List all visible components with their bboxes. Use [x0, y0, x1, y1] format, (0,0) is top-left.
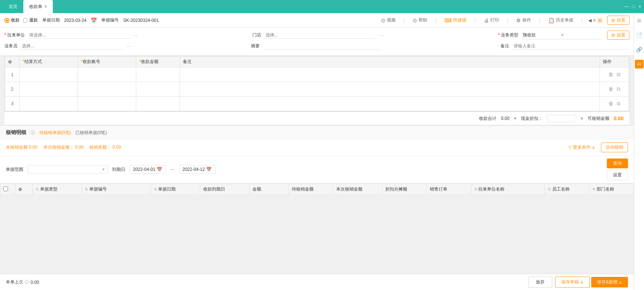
layout1-icon[interactable]: ≡	[593, 18, 596, 23]
settlement-3[interactable]	[20, 97, 78, 111]
staff-input[interactable]	[20, 43, 122, 50]
history-icon: 📋	[548, 17, 554, 23]
more-conditions-label: 更多条件	[573, 144, 590, 150]
shortcut-label: 快捷键	[453, 17, 466, 23]
col-checkbox[interactable]	[0, 184, 15, 195]
query-button[interactable]: 查询	[607, 158, 628, 168]
tab-current[interactable]: 收款单 ×	[23, 0, 53, 13]
doc-no-label: 单据编号	[101, 17, 119, 23]
staff-more-icon[interactable]: ···	[127, 43, 131, 49]
tab-done[interactable]: 已核销单据(0笔)	[75, 130, 107, 136]
col-settings[interactable]: ⚙	[5, 56, 20, 67]
summary-label: 摘要	[251, 43, 260, 49]
delete-icon-2[interactable]: 🗑	[608, 86, 613, 92]
save-draft-button[interactable]: 保存草稿 ∧	[555, 277, 590, 288]
tab-bar: 首页 收款单 × — □ ×	[0, 0, 644, 13]
info-icon[interactable]: ⓘ	[25, 279, 29, 285]
settlement-1[interactable]	[20, 67, 78, 82]
delete-icon-3[interactable]: 🗑	[608, 101, 613, 106]
col-settlement: *结算方式	[20, 56, 78, 67]
operation-action[interactable]: ⚙ 操作	[514, 16, 533, 24]
radio-shoukuan[interactable]: 收款	[4, 17, 20, 23]
calendar-icon[interactable]: 📅	[91, 17, 97, 23]
print-icon: 🖨	[484, 17, 489, 23]
date-from[interactable]: 2022-04-01 📅	[130, 165, 166, 174]
row-num-2: 2	[5, 82, 20, 97]
biz-type-select[interactable]: 预收款 ▾	[521, 31, 601, 39]
video-action[interactable]: ⊙ 视频	[379, 16, 398, 24]
col-company: ⇅ 往来单位名称	[471, 184, 545, 195]
company-input[interactable]	[28, 32, 130, 39]
actions-2: 🗑 ⧉	[600, 82, 629, 97]
copy-icon-3[interactable]: ⧉	[617, 101, 620, 106]
account-3[interactable]	[78, 97, 136, 111]
col-due-date: 收款到期日	[200, 184, 249, 195]
sidebar-ai-icon[interactable]: Ai	[635, 60, 644, 68]
tab-current-label: 收款单	[29, 4, 42, 10]
discount-label: 现金折扣：	[521, 115, 543, 122]
tab-pending[interactable]: 待核销单据(0笔)	[39, 130, 71, 136]
verify-info-icon[interactable]: ⓘ	[31, 130, 35, 136]
account-1[interactable]	[78, 67, 136, 82]
store-more-icon[interactable]: ···	[380, 32, 384, 38]
delete-icon-1[interactable]: 🗑	[608, 71, 613, 77]
maximize-icon[interactable]: □	[632, 4, 635, 9]
minimize-icon[interactable]: —	[624, 4, 629, 9]
save-new-arrow: ∧	[619, 280, 622, 285]
remark-input[interactable]	[512, 43, 629, 50]
tab-close-icon[interactable]: ×	[44, 4, 47, 9]
col-sales-order: 销售订单	[427, 184, 471, 195]
current-due-label: 本单上欠	[6, 279, 23, 285]
store-input[interactable]	[264, 32, 376, 39]
company-more-icon[interactable]: ···	[134, 32, 138, 38]
discount-input[interactable]	[547, 115, 576, 122]
more-conditions[interactable]: ▽ 更多条件 ∧	[568, 144, 595, 150]
account-2[interactable]	[78, 82, 136, 97]
auto-verify-button[interactable]: 自动核销	[601, 142, 628, 152]
remark-1[interactable]	[180, 67, 600, 82]
shortcut-action[interactable]: ⌨ 快捷键	[442, 16, 468, 24]
shortcut-icon: ⌨	[444, 17, 452, 23]
receipt-table: ⚙ *结算方式 *收款账号 *收款金额 备注 操作	[5, 56, 629, 111]
close-icon[interactable]: ×	[639, 4, 641, 9]
sidebar-table-icon[interactable]: ⊞	[635, 16, 644, 25]
view-toggle[interactable]: ◀ ≡ ⊞	[588, 17, 603, 23]
print-action[interactable]: 🖨 打印	[482, 16, 501, 24]
sidebar-doc-icon[interactable]: 📄	[635, 31, 644, 39]
copy-icon-2[interactable]: ⧉	[617, 86, 620, 92]
col-settings2[interactable]: ⚙	[15, 184, 33, 195]
help-action[interactable]: ⊙ 帮助	[411, 16, 429, 24]
col-action: 操作	[600, 56, 629, 67]
settlement-2[interactable]	[20, 82, 78, 97]
form-setting-button[interactable]: ⚙ 设置	[607, 31, 629, 40]
filter-setting-button[interactable]: 设置	[607, 170, 628, 180]
copy-icon-1[interactable]: ⧉	[617, 71, 620, 77]
col-current: 本次核销金额	[333, 184, 382, 195]
setting-button[interactable]: ⚙ 设置	[607, 16, 629, 25]
amount-1[interactable]	[136, 67, 180, 82]
col-doc-no: ⇅ 单据编号	[82, 184, 151, 195]
prev-icon[interactable]: ◀	[588, 18, 592, 23]
remark-2[interactable]	[180, 82, 600, 97]
sidebar-attachment-icon[interactable]: 🔗	[635, 45, 644, 54]
save-draft-arrow: ∧	[580, 280, 584, 285]
amount-2[interactable]	[136, 82, 180, 97]
abandon-button[interactable]: 放弃	[528, 277, 552, 288]
save-new-button[interactable]: 保存&新增 ∧	[591, 277, 628, 287]
staff-label: 业务员	[4, 43, 17, 49]
summary-input[interactable]	[263, 43, 380, 50]
store-label: 门店	[252, 32, 261, 38]
amount-3[interactable]	[136, 97, 180, 111]
select-all-checkbox[interactable]	[3, 187, 8, 191]
tab-home-label: 首页	[9, 4, 17, 10]
col-discount: 折扣分摊额	[382, 184, 427, 195]
history-action[interactable]: 📋 历史单据	[546, 16, 576, 24]
tab-home[interactable]: 首页	[3, 0, 23, 13]
auto-verify-label: 自动核销	[606, 145, 623, 150]
col-staff: ⇅ 员工名称	[545, 184, 589, 195]
range-select[interactable]: ▾	[28, 165, 108, 174]
radio-tuikuan[interactable]: 退款	[23, 17, 38, 23]
layout2-icon[interactable]: ⊞	[597, 17, 603, 23]
remark-3[interactable]	[180, 97, 600, 111]
date-to[interactable]: 2022-04-12 📅	[179, 165, 216, 174]
